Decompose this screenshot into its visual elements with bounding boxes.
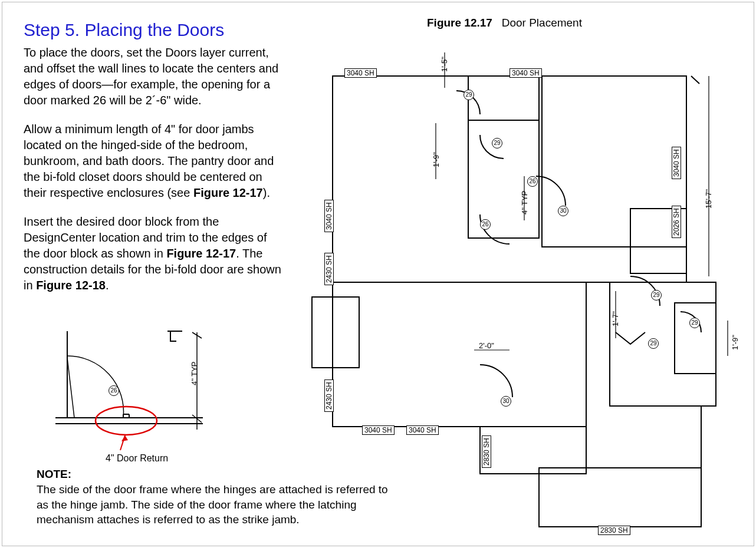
floorplan-figure: 3040 SH 3040 SH 3040 SH 2430 SH 2430 SH …: [303, 44, 743, 533]
window-tag: 3040 SH: [362, 425, 395, 435]
window-tag: 2026 SH: [672, 206, 681, 238]
window-tag: 2430 SH: [324, 379, 334, 412]
dimension-label: 1'-5": [440, 57, 449, 72]
door-tag: 29: [492, 138, 502, 148]
svg-rect-22: [480, 427, 586, 474]
window-tag: 2830 SH: [598, 526, 630, 535]
figure-title: Door Placement: [502, 16, 582, 29]
para3-text-e: .: [106, 279, 109, 292]
svg-point-10: [96, 407, 157, 435]
door-tag: 29: [689, 318, 700, 328]
window-tag: 3040 SH: [672, 147, 681, 179]
window-tag: 3040 SH: [324, 200, 334, 232]
svg-rect-14: [542, 76, 686, 247]
svg-rect-18: [312, 297, 359, 368]
detail-door-tag: 26: [109, 385, 119, 396]
door-return-detail: 4" TYP 26 4" Door Return: [50, 329, 215, 465]
door-tag: 30: [558, 206, 568, 216]
para3-figref2: Figure 12-18: [36, 279, 106, 292]
door-tag: 26: [527, 176, 538, 187]
window-tag: 3040 SH: [510, 68, 542, 78]
figure-caption: Figure 12.17 Door Placement: [427, 16, 582, 29]
svg-marker-12: [121, 435, 128, 441]
svg-rect-25: [539, 468, 701, 527]
door-return-label: 4" Door Return: [106, 453, 168, 464]
dimension-label: 15'-7": [704, 189, 713, 209]
svg-rect-13: [333, 76, 686, 282]
dimension-label: 1'-9": [731, 335, 739, 350]
door-tag: 30: [501, 396, 511, 407]
paragraph-1: To place the doors, set the Doors layer …: [24, 45, 283, 108]
window-tag: 3040 SH: [406, 425, 439, 435]
paragraph-3: Insert the desired door block from the D…: [24, 214, 283, 293]
paragraph-2: Allow a minimum length of 4" for door ja…: [24, 121, 283, 201]
door-tag: 29: [651, 290, 662, 301]
dimension-label: 1'-9": [432, 152, 441, 167]
svg-rect-24: [675, 303, 716, 374]
svg-rect-23: [610, 282, 716, 406]
detail-4typ-label: 4" TYP: [190, 361, 199, 385]
door-tag: 29: [464, 90, 474, 100]
door-tag: 29: [648, 338, 659, 349]
figure-number: Figure 12.17: [427, 16, 492, 29]
svg-rect-17: [468, 76, 539, 120]
window-tag: 3040 SH: [344, 68, 377, 78]
svg-rect-21: [333, 282, 586, 427]
para2-text-c: ).: [263, 186, 270, 199]
document-page: Step 5. Placing the Doors To place the d…: [2, 2, 754, 546]
floorplan-svg: [303, 44, 743, 533]
step-heading: Step 5. Placing the Doors: [24, 20, 732, 40]
door-detail-svg: [50, 329, 215, 465]
door-tag: 26: [480, 219, 491, 230]
window-tag: 2830 SH: [482, 435, 491, 468]
para3-figref1: Figure 12-17: [166, 247, 236, 260]
window-tag: 2430 SH: [324, 253, 334, 285]
svg-line-28: [691, 76, 699, 84]
dimension-label: 2'-0": [479, 341, 494, 350]
para2-figref: Figure 12-17: [193, 186, 263, 199]
dimension-label: 4" TYP: [520, 190, 529, 214]
dimension-label: 1'-7": [611, 311, 620, 326]
